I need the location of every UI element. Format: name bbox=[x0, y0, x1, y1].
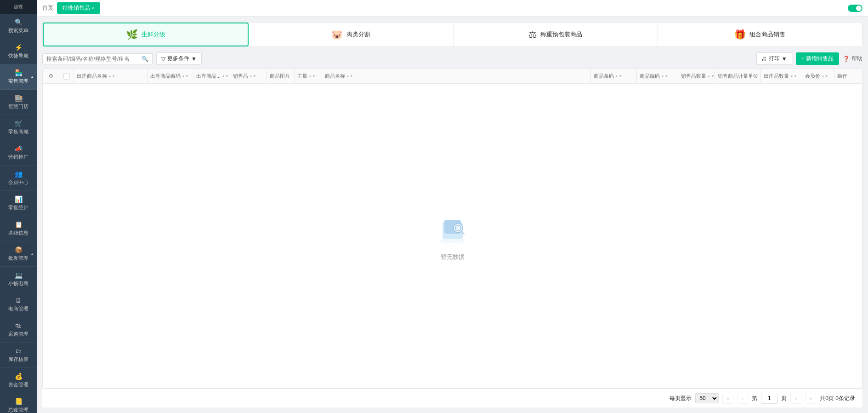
print-button[interactable]: 🖨 打印 ▼ bbox=[756, 52, 792, 65]
empty-text: 暂无数据 bbox=[441, 253, 465, 261]
sidebar-item-8[interactable]: 📋基础信息 bbox=[0, 216, 37, 241]
th-img: 商品图片 bbox=[267, 69, 295, 83]
next-page-button[interactable]: › bbox=[790, 393, 801, 404]
search-box[interactable]: 🔍 bbox=[42, 53, 153, 64]
sidebar-icon-9: 📦 bbox=[15, 246, 23, 253]
sidebar-icon-6: 👥 bbox=[15, 170, 23, 178]
th-barcode: 商品条码 ▲▼ bbox=[591, 69, 637, 83]
sidebar-item-4[interactable]: 🛒零售商城 bbox=[0, 115, 37, 140]
new-product-button[interactable]: + 新增销售品 bbox=[796, 52, 839, 65]
sidebar-item-1[interactable]: ⚡快捷导航 bbox=[0, 39, 37, 64]
th-unit: 销售商品计量单位 ▲▼ bbox=[715, 69, 761, 83]
sidebar-item-15[interactable]: 📒总账管理 bbox=[0, 393, 37, 413]
sidebar-icon-7: 📊 bbox=[15, 195, 23, 203]
print-icon: 🖨 bbox=[761, 56, 767, 62]
th-weight-label: 主量 bbox=[297, 73, 307, 80]
th-out-name2-label: 出库商品... bbox=[196, 73, 221, 80]
sidebar-item-10[interactable]: 💻小畅电商 bbox=[0, 267, 37, 292]
sort-icon[interactable]: ▲▼ bbox=[308, 75, 316, 78]
sidebar-label-13: 库存核算 bbox=[8, 356, 28, 363]
sidebar-item-11[interactable]: 🖥电商管理 bbox=[0, 292, 37, 317]
sidebar-item-12[interactable]: 🛍采购管理 bbox=[0, 317, 37, 343]
category-tab-weight[interactable]: ⚖称重预包装商品 bbox=[454, 23, 658, 46]
category-tab-meat[interactable]: 🐷肉类分割 bbox=[249, 23, 453, 46]
toggle-button[interactable] bbox=[848, 5, 862, 12]
category-tab-combo[interactable]: 🎁组合商品销售 bbox=[658, 23, 862, 46]
table-header: ⚙ 出库商品名称 ▲▼ 出库商品编码 ▲▼ 出库商品... ▲▼ bbox=[43, 69, 862, 84]
sidebar-label-5: 营销推广 bbox=[8, 154, 28, 161]
th-checkbox[interactable] bbox=[59, 69, 74, 83]
sort-icon[interactable]: ▲▼ bbox=[615, 75, 622, 78]
home-tab[interactable]: 首页 bbox=[42, 4, 53, 12]
sort-icon[interactable]: ▲▼ bbox=[346, 75, 353, 78]
cat-icon-combo: 🎁 bbox=[734, 29, 746, 40]
topbar-right bbox=[848, 5, 862, 12]
th-out-name-label: 出库商品名称 bbox=[77, 73, 107, 80]
sidebar-item-5[interactable]: 📣营销推广 bbox=[0, 140, 37, 166]
th-goods-code: 商品编码 ▲▼ bbox=[637, 69, 678, 83]
first-page-button[interactable]: « bbox=[722, 393, 733, 404]
th-out-qty-label: 出库品数量 bbox=[764, 73, 789, 80]
data-table: ⚙ 出库商品名称 ▲▼ 出库商品编码 ▲▼ 出库商品... ▲▼ bbox=[42, 69, 862, 389]
total-label: 共0页 0条记录 bbox=[820, 395, 855, 402]
sort-icon[interactable]: ▲▼ bbox=[221, 75, 229, 78]
sort-icon[interactable]: ▲▼ bbox=[821, 75, 828, 78]
category-tabs: 🌿生鲜分级🐷肉类分割⚖称重预包装商品🎁组合商品销售 bbox=[42, 22, 862, 47]
sort-icon[interactable]: ▲▼ bbox=[790, 75, 797, 78]
cat-icon-weight: ⚖ bbox=[528, 29, 537, 40]
sidebar-item-9[interactable]: 📦批发管理 bbox=[0, 241, 37, 267]
th-goods-name: 商品名称 ▲▼ bbox=[322, 69, 591, 83]
page-number-input[interactable] bbox=[761, 393, 777, 404]
last-page-button[interactable]: » bbox=[805, 393, 816, 404]
main-content: 首页 特殊销售品 × 🌿生鲜分级🐷肉类分割⚖称重预包装商品🎁组合商品销售 🔍 ▽… bbox=[37, 0, 868, 413]
per-page-select[interactable]: 102050100 bbox=[695, 393, 719, 403]
sort-icon[interactable]: ▲▼ bbox=[707, 75, 715, 78]
prev-page-button[interactable]: ‹ bbox=[737, 393, 748, 404]
th-operation: 操作 bbox=[834, 69, 862, 83]
sidebar-label-2: 零售管理 bbox=[8, 78, 28, 85]
sidebar-item-7[interactable]: 📊零售统计 bbox=[0, 191, 37, 216]
sidebar-icon-3: 🏬 bbox=[15, 94, 23, 102]
cat-label-meat: 肉类分割 bbox=[346, 30, 370, 39]
search-icon[interactable]: 🔍 bbox=[142, 56, 148, 62]
empty-icon bbox=[434, 211, 471, 247]
th-goods-code-label: 商品编码 bbox=[640, 73, 660, 80]
th-member-price: 会员价 ▲▼ bbox=[802, 69, 834, 83]
sidebar-item-14[interactable]: 💰资金管理 bbox=[0, 368, 37, 393]
filter-button[interactable]: ▽ 更多条件 ▼ bbox=[156, 52, 202, 65]
th-out-code: 出库商品编码 ▲▼ bbox=[148, 69, 193, 83]
sidebar-item-3[interactable]: 🏬智慧门店 bbox=[0, 90, 37, 115]
th-sale-label: 销售品 bbox=[233, 73, 248, 80]
cat-label-combo: 组合商品销售 bbox=[749, 30, 785, 39]
active-tab[interactable]: 特殊销售品 × bbox=[57, 2, 100, 14]
sort-icon[interactable]: ▲▼ bbox=[249, 75, 256, 78]
sidebar-item-13[interactable]: 🗂库存核算 bbox=[0, 343, 37, 368]
toolbar-left: 🔍 ▽ 更多条件 ▼ bbox=[42, 52, 202, 65]
active-tab-label: 特殊销售品 bbox=[62, 4, 90, 12]
th-gear[interactable]: ⚙ bbox=[43, 69, 59, 83]
cat-icon-meat: 🐷 bbox=[331, 29, 343, 40]
th-barcode-label: 商品条码 bbox=[594, 73, 614, 80]
sidebar-icon-0: 🔍 bbox=[15, 18, 23, 26]
close-tab-icon[interactable]: × bbox=[92, 6, 95, 11]
sidebar-icon-12: 🛍 bbox=[15, 322, 22, 329]
search-input[interactable] bbox=[46, 56, 142, 62]
th-out-name2: 出库商品... ▲▼ bbox=[193, 69, 230, 83]
help-icon: ❓ bbox=[843, 56, 850, 62]
toolbar-right: 🖨 打印 ▼ + 新增销售品 ❓ 帮助 bbox=[756, 52, 862, 65]
topbar: 首页 特殊销售品 × bbox=[37, 0, 868, 17]
sidebar-item-6[interactable]: 👥会员中心 bbox=[0, 166, 37, 191]
sidebar-item-0[interactable]: 🔍搜索菜单 bbox=[0, 14, 37, 39]
sidebar-icon-5: 📣 bbox=[15, 145, 23, 152]
help-button[interactable]: ❓ 帮助 bbox=[843, 55, 862, 63]
sort-icon[interactable]: ▲▼ bbox=[108, 75, 115, 78]
sort-icon[interactable]: ▲▼ bbox=[182, 75, 189, 78]
select-all-checkbox[interactable] bbox=[63, 73, 70, 80]
sidebar-label-14: 资金管理 bbox=[8, 381, 28, 388]
empty-state: 暂无数据 bbox=[43, 84, 862, 388]
sidebar-item-2[interactable]: 🏪零售管理 bbox=[0, 64, 37, 90]
th-out-code-label: 出库商品编码 bbox=[150, 73, 181, 80]
column-settings-icon[interactable]: ⚙ bbox=[49, 73, 53, 79]
category-tab-fresh[interactable]: 🌿生鲜分级 bbox=[43, 23, 249, 46]
sort-icon[interactable]: ▲▼ bbox=[661, 75, 668, 78]
